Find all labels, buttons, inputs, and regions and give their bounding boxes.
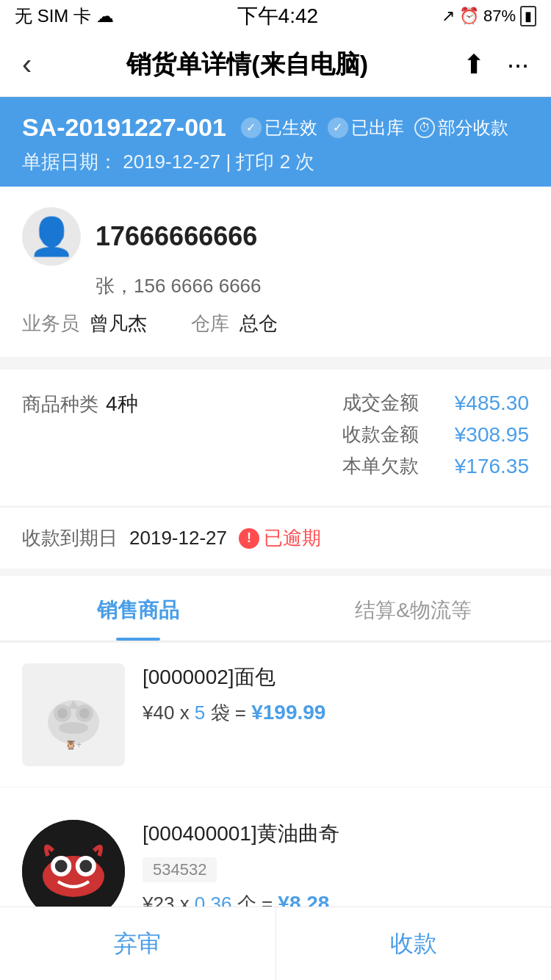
salesperson-label: 业务员 — [22, 311, 79, 336]
badge-partial-payment: ⏱ 部分收款 — [414, 116, 508, 140]
order-badges: ✓ 已生效 ✓ 已出库 ⏱ 部分收款 — [241, 116, 508, 140]
check-icon-1: ✓ — [241, 118, 262, 138]
overdue-icon: ! — [239, 528, 259, 549]
status-right: ↗ ⏰ 87% ▮ — [442, 6, 536, 26]
overdue-badge: ! 已逾期 — [239, 525, 321, 551]
back-button[interactable]: ‹ — [22, 48, 32, 81]
order-id: SA-20191227-001 — [22, 113, 226, 142]
svg-text:🦉+: 🦉+ — [65, 739, 82, 750]
price-eq-1: = — [235, 702, 251, 724]
sim-status: 无 SIM 卡 ☁ — [15, 4, 114, 28]
share-icon[interactable]: ⬆ — [463, 49, 485, 80]
tab-sales-products[interactable]: 销售商品 — [0, 576, 276, 641]
product-item: 🦉+ [0000002]面包 ¥40 x 5 袋 = ¥199.99 — [0, 643, 551, 788]
status-left: 无 SIM 卡 ☁ — [15, 4, 114, 28]
badge-partial-label: 部分收款 — [438, 116, 508, 140]
deal-amount-value: ¥485.30 — [441, 392, 529, 415]
user-icon: 👤 — [29, 215, 74, 258]
product-count-value: 4种 — [106, 390, 138, 418]
product-thumbnail-1: 🦉+ — [22, 663, 125, 766]
warehouse-item: 仓库 总仓 — [191, 311, 278, 336]
product-type-label: 商品种类 — [22, 392, 98, 417]
svg-point-3 — [57, 708, 68, 718]
status-bar: 无 SIM 卡 ☁ 下午4:42 ↗ ⏰ 87% ▮ — [0, 0, 551, 32]
collect-button[interactable]: 收款 — [276, 907, 552, 980]
bottom-bar: 弃审 收款 — [0, 907, 551, 980]
product-name-2: [000400001]黄油曲奇 — [143, 820, 529, 848]
print-label: | 打印 — [226, 151, 274, 173]
owl-placeholder-icon: 🦉+ — [37, 678, 110, 752]
product-info-2: [000400001]黄油曲奇 534532 ¥23 x 0.36 个 = ¥8… — [143, 820, 529, 917]
price-total-1: ¥199.99 — [251, 701, 325, 724]
product-sku-2: 534532 — [143, 857, 217, 882]
collect-amount-row: 收款金额 ¥308.95 — [342, 422, 529, 447]
divider-1 — [0, 358, 551, 370]
print-suffix: 次 — [295, 151, 314, 173]
product-price-1: ¥40 x 5 袋 = ¥199.99 — [143, 700, 529, 726]
svg-point-4 — [79, 708, 90, 718]
price-x-1: x — [180, 702, 195, 724]
summary-row: 商品种类 4种 成交金额 ¥485.30 收款金额 ¥308.95 本单欠款 ¥… — [22, 390, 529, 485]
tabs-bar: 销售商品 结算&物流等 — [0, 576, 551, 641]
badge-effective: ✓ 已生效 — [241, 116, 317, 140]
due-label: 收款到期日 — [22, 525, 118, 551]
order-id-row: SA-20191227-001 ✓ 已生效 ✓ 已出库 ⏱ 部分收款 — [22, 113, 529, 142]
customer-id: 17666666666 — [96, 221, 257, 252]
warehouse-label: 仓库 — [191, 311, 229, 336]
product-info-1: [0000002]面包 ¥40 x 5 袋 = ¥199.99 — [143, 663, 529, 726]
svg-point-5 — [59, 722, 88, 734]
overdue-text: 已逾期 — [264, 525, 321, 551]
debt-amount-row: 本单欠款 ¥176.35 — [342, 453, 529, 479]
price-qty-1: 5 — [195, 702, 205, 724]
customer-name: 张，156 6666 6666 — [96, 273, 529, 299]
print-count: 2 — [280, 151, 290, 173]
customer-row: 👤 17666666666 — [22, 207, 529, 266]
tab-settlement[interactable]: 结算&物流等 — [276, 576, 551, 641]
customer-section: 👤 17666666666 张，156 6666 6666 业务员 曾凡杰 仓库… — [0, 187, 551, 358]
nav-right-actions: ⬆ ··· — [463, 49, 529, 80]
order-date-row: 单据日期： 2019-12-27 | 打印 2 次 — [22, 149, 529, 175]
warehouse-value: 总仓 — [240, 311, 278, 336]
collect-amount-value: ¥308.95 — [441, 423, 529, 447]
more-icon[interactable]: ··· — [507, 49, 529, 80]
cancel-button[interactable]: 弃审 — [0, 907, 276, 980]
price-unit-1: 袋 — [211, 702, 230, 724]
salesperson-item: 业务员 曾凡杰 — [22, 311, 147, 336]
summary-left: 商品种类 4种 — [22, 390, 138, 418]
clock-icon: ⏱ — [414, 118, 435, 138]
due-date: 2019-12-27 — [129, 527, 227, 550]
salesperson-value: 曾凡杰 — [90, 311, 147, 336]
location-icon: ↗ — [442, 7, 455, 26]
collect-amount-label: 收款金额 — [342, 422, 419, 447]
alarm-icon: ⏰ — [459, 7, 479, 26]
battery-icon: ▮ — [520, 6, 536, 26]
price-base-1: ¥40 — [143, 702, 174, 724]
order-date: 2019-12-27 — [123, 151, 220, 173]
avatar: 👤 — [22, 207, 81, 266]
product-count: 商品种类 4种 — [22, 390, 138, 418]
badge-shipped-label: 已出库 — [351, 116, 404, 140]
badge-shipped: ✓ 已出库 — [328, 116, 404, 140]
date-label: 单据日期： — [22, 151, 118, 173]
check-icon-2: ✓ — [328, 118, 348, 138]
tabs-section: 销售商品 结算&物流等 🦉+ [0000002]面包 — [0, 569, 551, 944]
svg-point-13 — [79, 860, 92, 873]
deal-amount-row: 成交金额 ¥485.30 — [342, 390, 529, 416]
deal-amount-label: 成交金额 — [342, 390, 419, 416]
battery-text: 87% — [483, 7, 516, 26]
status-time: 下午4:42 — [237, 2, 319, 30]
summary-section: 商品种类 4种 成交金额 ¥485.30 收款金额 ¥308.95 本单欠款 ¥… — [0, 370, 551, 505]
nav-bar: ‹ 销货单详情(来自电脑) ⬆ ··· — [0, 32, 551, 97]
debt-amount-label: 本单欠款 — [342, 453, 419, 479]
product-name-1: [0000002]面包 — [143, 663, 529, 691]
debt-amount-value: ¥176.35 — [441, 455, 529, 478]
svg-point-12 — [55, 860, 68, 873]
due-section: 收款到期日 2019-12-27 ! 已逾期 — [0, 507, 551, 569]
summary-right: 成交金额 ¥485.30 收款金额 ¥308.95 本单欠款 ¥176.35 — [342, 390, 529, 485]
badge-effective-label: 已生效 — [264, 116, 317, 140]
product-list: 🦉+ [0000002]面包 ¥40 x 5 袋 = ¥199.99 — [0, 643, 551, 944]
page-title: 销货单详情(来自电脑) — [126, 48, 368, 82]
order-header-banner: SA-20191227-001 ✓ 已生效 ✓ 已出库 ⏱ 部分收款 单据日期：… — [0, 97, 551, 187]
customer-meta: 业务员 曾凡杰 仓库 总仓 — [22, 311, 529, 336]
